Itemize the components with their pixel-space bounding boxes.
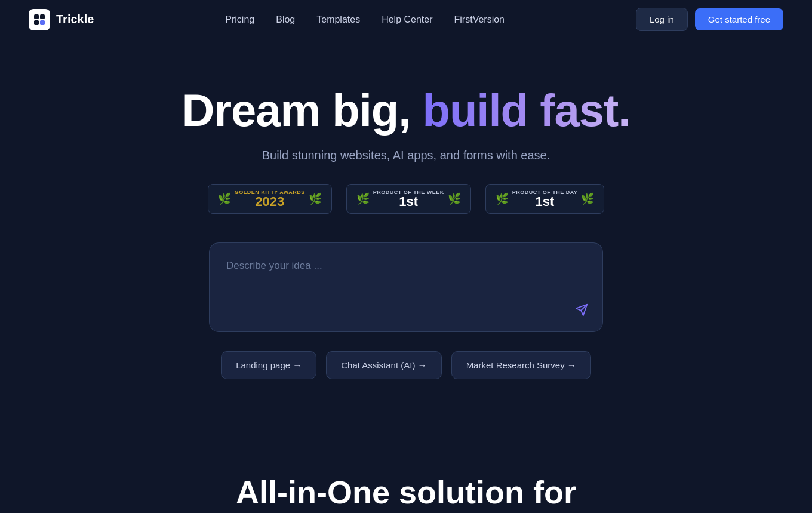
logo-text: Trickle xyxy=(56,13,94,26)
hero-section: Dream big, build fast. Build stunning we… xyxy=(0,39,812,415)
badge-golden-kitty-value: 2023 xyxy=(235,195,305,208)
idea-input-box xyxy=(209,242,603,332)
lower-section: All-in-One solution for smarter website … xyxy=(0,415,812,513)
nav-link-pricing[interactable]: Pricing xyxy=(225,14,254,24)
get-started-button[interactable]: Get started free xyxy=(695,8,783,30)
hero-title-part2: build fast. xyxy=(422,85,630,136)
badge-laurel-right: 🌿 xyxy=(309,192,322,205)
logo-icon xyxy=(29,9,50,30)
badge-week-laurel-left: 🌿 xyxy=(356,192,370,205)
login-button[interactable]: Log in xyxy=(636,8,688,31)
nav-link-help-center[interactable]: Help Center xyxy=(382,14,432,24)
badge-laurel-left: 🌿 xyxy=(218,192,231,205)
svg-rect-2 xyxy=(34,20,39,25)
suggestions-row: Landing page → Chat Assistant (AI) → Mar… xyxy=(221,351,591,379)
badge-week-laurel-right: 🌿 xyxy=(448,192,461,205)
navbar: Trickle Pricing Blog Templates Help Cent… xyxy=(0,0,812,39)
badge-day-laurel-right: 🌿 xyxy=(581,192,594,205)
send-icon[interactable] xyxy=(575,303,588,320)
badge-product-day: 🌿 Product of the day 1st 🌿 xyxy=(485,184,605,214)
badge-day-value: 1st xyxy=(512,195,578,208)
nav-actions: Log in Get started free xyxy=(636,8,783,31)
badge-week-value: 1st xyxy=(373,195,444,208)
suggestion-market-research[interactable]: Market Research Survey → xyxy=(451,351,591,379)
hero-subtitle: Build stunning websites, AI apps, and fo… xyxy=(262,149,550,162)
logo-link[interactable]: Trickle xyxy=(29,9,94,30)
badge-golden-kitty: 🌿 Golden Kitty Awards 2023 🌿 xyxy=(208,184,332,214)
nav-link-templates[interactable]: Templates xyxy=(316,14,360,24)
hero-title: Dream big, build fast. xyxy=(182,87,630,134)
badges-row: 🌿 Golden Kitty Awards 2023 🌿 🌿 Product o… xyxy=(208,184,605,214)
suggestion-landing-page[interactable]: Landing page → xyxy=(221,351,316,379)
lower-title-line1: All-in-One solution for xyxy=(236,474,576,510)
svg-rect-3 xyxy=(40,20,45,25)
svg-rect-1 xyxy=(40,14,45,19)
idea-textarea[interactable] xyxy=(226,260,586,308)
badge-product-week: 🌿 Product of the week 1st 🌿 xyxy=(346,184,471,214)
nav-link-first-version[interactable]: FirstVersion xyxy=(454,14,505,24)
svg-rect-0 xyxy=(34,14,39,19)
suggestion-chat-assistant[interactable]: Chat Assistant (AI) → xyxy=(326,351,441,379)
lower-title: All-in-One solution for smarter website … xyxy=(216,475,596,513)
badge-day-laurel-left: 🌿 xyxy=(496,192,509,205)
hero-title-part1: Dream big, xyxy=(182,85,411,136)
nav-links: Pricing Blog Templates Help Center First… xyxy=(225,14,505,25)
nav-link-blog[interactable]: Blog xyxy=(276,14,295,24)
lower-title-line2: smarter website creation xyxy=(216,509,596,513)
